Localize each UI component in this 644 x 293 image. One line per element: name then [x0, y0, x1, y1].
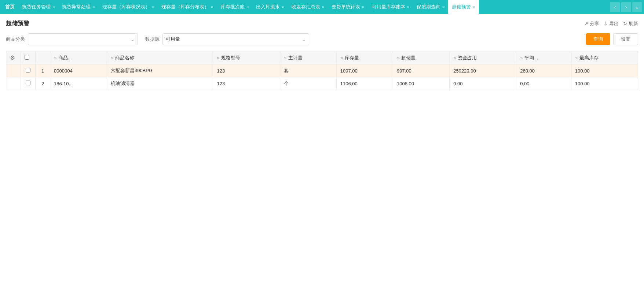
nav-tab-xiancunliang2[interactable]: 现存量（库存分布表） ×	[158, 0, 217, 14]
col-header-capital[interactable]: ⇅资金占用	[450, 51, 516, 64]
close-icon[interactable]: ×	[442, 5, 444, 9]
row-avg-cell: 260.00	[516, 64, 571, 77]
col-header-product-code[interactable]: ⇅商品...	[50, 51, 107, 64]
row-product-code-cell: 0000004	[50, 64, 107, 77]
nav-tab-chaochuyujing[interactable]: 超储预警 ×	[448, 0, 479, 14]
nav-next-button[interactable]: ›	[621, 2, 631, 12]
datasource-filter-group: 数据源 可用量 ⌄	[145, 33, 309, 45]
share-icon: ↗	[584, 21, 588, 26]
close-icon[interactable]: ×	[322, 5, 324, 9]
nav-arrows: ‹ › ⌄	[610, 2, 643, 12]
row-over-stock-cell: 997.00	[393, 64, 449, 77]
category-select[interactable]: ⌄	[28, 33, 138, 45]
sort-icon: ⇅	[217, 56, 220, 60]
row-stock-cell: 1106.00	[336, 77, 393, 90]
query-button[interactable]: 查询	[586, 33, 610, 45]
export-button[interactable]: ⇩ 导出	[604, 21, 619, 27]
nav-prev-button[interactable]: ‹	[610, 2, 620, 12]
sort-icon: ⇅	[111, 56, 114, 60]
row-spec-cell: 123	[213, 77, 280, 90]
export-icon: ⇩	[604, 21, 608, 26]
col-header-over-stock[interactable]: ⇅超储量	[393, 51, 449, 64]
nav-tab-keyongliang[interactable]: 可用量库存账本 ×	[368, 0, 413, 14]
chevron-down-icon: ⌄	[131, 37, 135, 42]
row-max-stock-cell: 100.00	[571, 77, 638, 90]
close-icon[interactable]: ×	[152, 5, 154, 9]
refresh-icon: ↻	[623, 21, 627, 26]
close-icon[interactable]: ×	[282, 5, 284, 9]
nav-home[interactable]: 首页	[1, 0, 18, 14]
col-header-product-name[interactable]: ⇅商品名称	[107, 51, 213, 64]
col-header-max-stock[interactable]: ⇅最高库存	[571, 51, 638, 64]
close-icon[interactable]: ×	[211, 5, 213, 9]
col-header-check	[21, 51, 36, 64]
gear-icon[interactable]: ⚙	[10, 55, 15, 61]
share-button[interactable]: ↗ 分享	[584, 21, 599, 27]
page-header: 超储预警 ↗ 分享 ⇩ 导出 ↻ 刷新	[6, 20, 638, 27]
nav-tab-yaohuo[interactable]: 要货单统计表 ×	[328, 0, 368, 14]
row-spec-cell: 123	[213, 64, 280, 77]
close-icon[interactable]: ×	[246, 5, 249, 9]
row-num-cell: 1	[36, 64, 50, 77]
row-avg-cell: 0.00	[516, 77, 571, 90]
nav-bar: 首页 拣货任务管理 × 拣货异常处理 × 现存量（库存状况表） × 现存量（库存…	[0, 0, 644, 14]
row-check-cell	[21, 77, 36, 90]
sort-icon: ⇅	[575, 56, 578, 60]
nav-menu-button[interactable]: ⌄	[632, 2, 642, 12]
row-checkbox[interactable]	[26, 81, 30, 85]
row-over-stock-cell: 1006.00	[393, 77, 449, 90]
nav-tab-baozhi[interactable]: 保质期查询 ×	[413, 0, 448, 14]
table-header-row: ⚙ ⇅商品... ⇅商品名称 ⇅规格型号	[6, 51, 638, 64]
chevron-down-icon: ⌄	[302, 37, 306, 42]
nav-tab-kucunpici[interactable]: 库存批次账 ×	[217, 0, 252, 14]
sort-icon: ⇅	[520, 56, 523, 60]
sort-icon: ⇅	[397, 56, 400, 60]
row-checkbox[interactable]	[26, 68, 30, 73]
row-product-name-cell: 机油滤清器	[107, 77, 213, 90]
nav-tab-shoucun[interactable]: 收发存汇总表 ×	[288, 0, 328, 14]
datasource-select-value: 可用量	[166, 36, 180, 42]
close-icon[interactable]: ×	[92, 5, 95, 9]
settings-button[interactable]: 设置	[613, 33, 638, 45]
page-container: 超储预警 ↗ 分享 ⇩ 导出 ↻ 刷新 商品分类	[0, 14, 644, 293]
row-capital-cell: 0.00	[450, 77, 516, 90]
row-stock-cell: 1097.00	[336, 64, 393, 77]
row-product-name-cell: 六配套新昌490BPG	[107, 64, 213, 77]
close-icon[interactable]: ×	[362, 5, 364, 9]
row-num-cell: 2	[36, 77, 50, 90]
row-max-stock-cell: 100.00	[571, 64, 638, 77]
row-unit-cell: 套	[280, 64, 336, 77]
col-header-stock[interactable]: ⇅库存量	[336, 51, 393, 64]
nav-tab-xiancunliang1[interactable]: 现存量（库存状况表） ×	[99, 0, 158, 14]
category-label: 商品分类	[6, 36, 25, 42]
header-actions: ↗ 分享 ⇩ 导出 ↻ 刷新	[584, 21, 638, 27]
close-icon[interactable]: ×	[407, 5, 409, 9]
datasource-label: 数据源	[145, 36, 160, 42]
close-icon[interactable]: ×	[473, 5, 475, 9]
data-table: ⚙ ⇅商品... ⇅商品名称 ⇅规格型号	[6, 51, 638, 90]
table-row: 1 0000004 六配套新昌490BPG 123 套 1097.00 997.…	[6, 64, 638, 77]
row-unit-cell: 个	[280, 77, 336, 90]
col-header-settings: ⚙	[6, 51, 21, 64]
nav-tab-churuku[interactable]: 出入库流水 ×	[252, 0, 288, 14]
col-header-spec[interactable]: ⇅规格型号	[213, 51, 280, 64]
sort-icon: ⇅	[340, 56, 343, 60]
nav-tab-jianhuo-yichang[interactable]: 拣货异常处理 ×	[58, 0, 98, 14]
sort-icon: ⇅	[284, 56, 287, 60]
category-filter-group: 商品分类 ⌄	[6, 33, 138, 45]
nav-tab-jianhuorenwu[interactable]: 拣货任务管理 ×	[18, 0, 58, 14]
close-icon[interactable]: ×	[52, 5, 55, 9]
datasource-select[interactable]: 可用量 ⌄	[162, 33, 309, 45]
col-header-unit[interactable]: ⇅主计量	[280, 51, 336, 64]
table-row: 2 186-10... 机油滤清器 123 个 1106.00 1006.00 …	[6, 77, 638, 90]
filter-area: 商品分类 ⌄ 数据源 可用量 ⌄ 查询 设置	[6, 33, 638, 45]
select-all-checkbox[interactable]	[25, 55, 29, 60]
sort-icon: ⇅	[453, 56, 456, 60]
page-title: 超储预警	[6, 20, 29, 27]
row-product-code-cell: 186-10...	[50, 77, 107, 90]
row-settings-cell	[6, 77, 21, 90]
row-capital-cell: 259220.00	[450, 64, 516, 77]
col-header-avg[interactable]: ⇅平均...	[516, 51, 571, 64]
row-check-cell	[21, 64, 36, 77]
refresh-button[interactable]: ↻ 刷新	[623, 21, 638, 27]
